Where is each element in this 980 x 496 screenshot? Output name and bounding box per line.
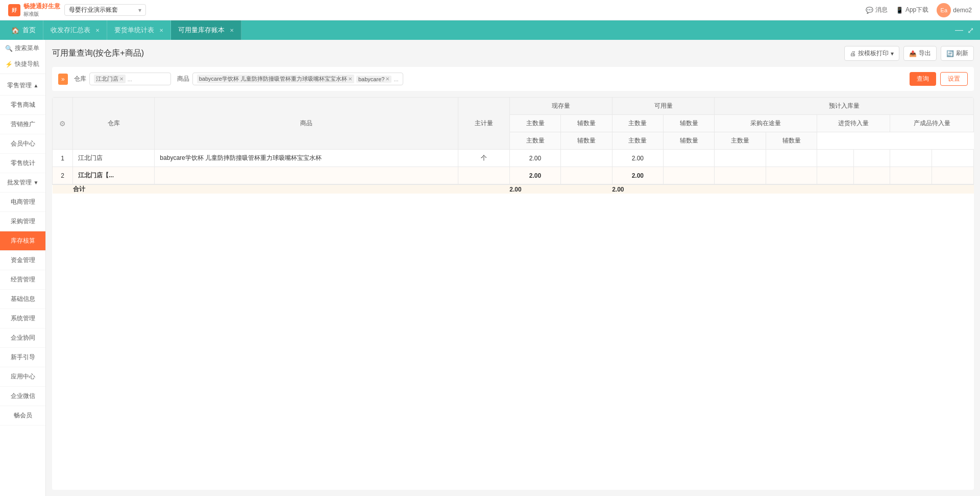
warehouse-tag-close[interactable]: ✕	[119, 76, 124, 82]
product-tag-p1-close[interactable]: ✕	[348, 76, 352, 82]
sidebar-item-operations-label: 经营管理	[11, 275, 35, 284]
td-footer-p-main	[715, 184, 766, 194]
refresh-btn[interactable]: 🔄 刷新	[941, 46, 974, 61]
sidebar-item-inventory-label: 库存核算	[11, 237, 35, 245]
sidebar-item-finance-label: 资金管理	[11, 256, 35, 265]
main-layout: 🔍 搜索菜单 ⚡ 快捷导航 零售管理 ▲ 零售商城 营销推广 会员中心 零售统计…	[0, 40, 980, 496]
th-procurement-aux: 辅数量	[561, 132, 612, 150]
query-btn[interactable]: 查询	[910, 72, 936, 86]
sidebar-item-system-label: 系统管理	[11, 314, 35, 323]
td-footer-stock-aux	[561, 184, 612, 194]
user-name: demo2	[953, 7, 972, 14]
tab-order-stats-close[interactable]: ✕	[159, 28, 163, 33]
td-unit-2	[458, 167, 509, 185]
sidebar-item-retail-store[interactable]: 零售商城	[0, 96, 45, 115]
sidebar-item-purchase-mgmt[interactable]: 采购管理	[0, 212, 45, 231]
product-tag-p1-text: babycare学饮杯 儿童防摔防撞吸管杯重力球吸嘴杯宝宝水杯	[199, 75, 347, 83]
tab-spacer	[241, 20, 949, 40]
tab-available-inventory-label: 可用量库存账本	[178, 26, 225, 35]
settings-btn[interactable]: 设置	[940, 72, 968, 86]
account-selector[interactable]: 母婴行业演示账套 ▾	[64, 4, 146, 16]
content-area: 可用量查询(按仓库+商品) 🖨 按模板打印 ▾ 📤 导出 🔄 刷新 »	[46, 40, 980, 496]
sidebar-item-system[interactable]: 系统管理	[0, 309, 45, 328]
refresh-icon: 🔄	[946, 50, 954, 57]
sidebar-item-basics-label: 基础信息	[11, 295, 35, 303]
warehouse-tag-container[interactable]: 江北门店 ✕ ...	[89, 73, 171, 85]
tab-available-inventory[interactable]: 可用量库存账本 ✕	[171, 20, 241, 40]
td-procurement-aux-1	[766, 150, 817, 167]
td-incoming-main-1	[817, 150, 853, 167]
table-header-row-1: ⚙ 仓库 商品 主计量 现存量 可用量 预计入库量	[53, 98, 974, 115]
sidebar-item-inventory[interactable]: 库存核算	[0, 231, 45, 251]
phone-icon: 📱	[896, 7, 903, 14]
sidebar-item-operations[interactable]: 经营管理	[0, 270, 45, 290]
td-footer-available-aux	[664, 184, 715, 194]
page-actions: 🖨 按模板打印 ▾ 📤 导出 🔄 刷新	[844, 46, 974, 61]
sidebar-item-marketing[interactable]: 营销推广	[0, 115, 45, 134]
logo-icon: 好	[8, 4, 20, 16]
export-icon: 📤	[909, 50, 917, 57]
th-settings: ⚙	[53, 98, 73, 150]
warehouse-filter-more[interactable]: ...	[128, 76, 132, 82]
sidebar: 🔍 搜索菜单 ⚡ 快捷导航 零售管理 ▲ 零售商城 营销推广 会员中心 零售统计…	[0, 40, 46, 496]
td-finished-aux-1	[932, 150, 973, 167]
nav-tab-actions: — ⤢	[949, 20, 980, 40]
sidebar-item-wholesale-mgmt[interactable]: 批发管理 ▼	[0, 173, 45, 193]
sidebar-item-member-center[interactable]: 会员中心	[0, 134, 45, 154]
sidebar-item-enterprise-wechat[interactable]: 企业微信	[0, 387, 45, 406]
th-incoming-main: 主数量	[612, 132, 663, 150]
fullscreen-btn[interactable]: ⤢	[967, 26, 974, 35]
sidebar-item-newbie-guide[interactable]: 新手引导	[0, 348, 45, 367]
sidebar-item-retail-mgmt[interactable]: 零售管理 ▲	[0, 76, 45, 96]
warehouse-tag-text: 江北门店	[96, 75, 118, 83]
sidebar-item-enterprise-collab[interactable]: 企业协同	[0, 328, 45, 348]
td-footer-f-main	[890, 184, 932, 194]
sidebar-item-finance[interactable]: 资金管理	[0, 251, 45, 270]
td-finished-aux-2	[932, 167, 973, 185]
top-bar-left: 好 畅捷通好生意 标准版 母婴行业演示账套 ▾	[8, 2, 146, 18]
td-footer-product	[155, 184, 458, 194]
sidebar-item-app-center-label: 应用中心	[11, 372, 35, 381]
sidebar-item-basics[interactable]: 基础信息	[0, 290, 45, 309]
minimize-btn[interactable]: —	[955, 26, 963, 35]
product-tag-p2-close[interactable]: ✕	[385, 76, 389, 82]
export-btn[interactable]: 📤 导出	[903, 46, 937, 61]
version-badge: 标准版	[23, 11, 60, 18]
th-available: 可用量	[612, 98, 715, 115]
tab-order-stats-label: 要货单统计表	[114, 26, 154, 35]
user-profile[interactable]: Ea demo2	[937, 3, 972, 17]
td-seq-1: 1	[53, 150, 73, 167]
export-label: 导出	[919, 49, 931, 58]
tab-available-inventory-close[interactable]: ✕	[230, 28, 234, 33]
td-footer-unit	[458, 184, 509, 194]
message-btn[interactable]: 💬 消息	[866, 6, 888, 14]
sidebar-item-pro-member[interactable]: 畅会员	[0, 406, 45, 426]
tab-home[interactable]: 🏠 首页	[4, 20, 43, 40]
tab-collection-summary-close[interactable]: ✕	[95, 28, 100, 33]
th-forecast-incoming: 预计入库量	[715, 98, 974, 115]
sidebar-item-ecommerce-label: 电商管理	[11, 198, 35, 206]
tab-collection-summary-label: 收发存汇总表	[51, 26, 90, 35]
product-tag-p1: babycare学饮杯 儿童防摔防撞吸管杯重力球吸嘴杯宝宝水杯 ✕	[197, 75, 354, 83]
sidebar-item-app-center[interactable]: 应用中心	[0, 367, 45, 387]
chevron-down-icon: ▾	[891, 50, 894, 57]
gear-icon[interactable]: ⚙	[59, 120, 66, 128]
filter-expand-btn[interactable]: »	[58, 74, 68, 85]
sidebar-quick-nav[interactable]: ⚡ 快捷导航	[0, 57, 45, 72]
tab-collection-summary[interactable]: 收发存汇总表 ✕	[43, 20, 107, 40]
td-procurement-main-2	[715, 167, 766, 185]
inventory-table: ⚙ 仓库 商品 主计量 现存量 可用量 预计入库量 主数量 辅数量 主数量 辅数…	[52, 97, 974, 194]
sidebar-search[interactable]: 🔍 搜索菜单	[0, 40, 45, 57]
td-seq-2: 2	[53, 167, 73, 185]
td-footer-seq	[53, 184, 73, 194]
app-download-btn[interactable]: 📱 App下载	[896, 6, 928, 14]
filter-bar: » 仓库 江北门店 ✕ ... 商品 babycare学饮杯 儿童防摔防撞吸管杯…	[52, 67, 974, 91]
product-filter-more[interactable]: ...	[394, 76, 398, 82]
product-tag-container[interactable]: babycare学饮杯 儿童防摔防撞吸管杯重力球吸嘴杯宝宝水杯 ✕ babyca…	[192, 73, 403, 85]
td-unit-1: 个	[458, 150, 509, 167]
print-template-btn[interactable]: 🖨 按模板打印 ▾	[844, 46, 899, 61]
sidebar-item-ecommerce[interactable]: 电商管理	[0, 193, 45, 212]
home-icon: 🏠	[11, 27, 19, 34]
tab-order-stats[interactable]: 要货单统计表 ✕	[107, 20, 171, 40]
sidebar-item-retail-stats[interactable]: 零售统计	[0, 154, 45, 173]
